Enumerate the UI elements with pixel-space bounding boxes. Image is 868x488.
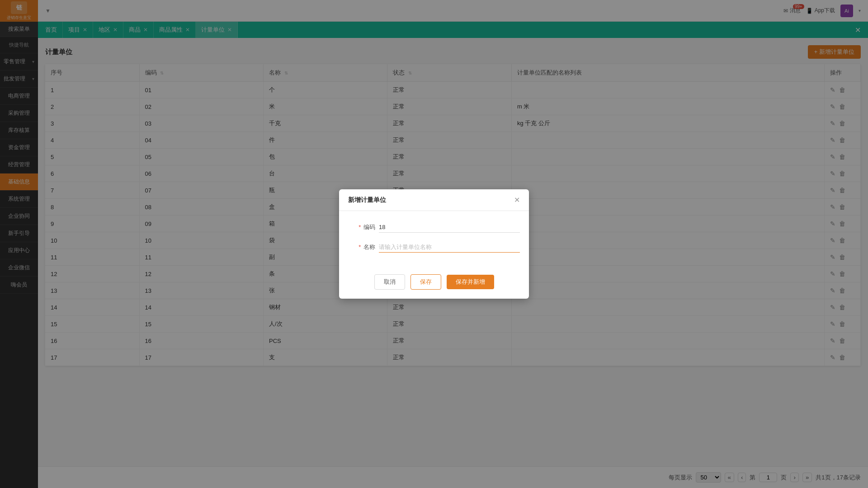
cancel-button[interactable]: 取消 <box>374 274 405 290</box>
form-row-code: * 编码 <box>348 222 520 233</box>
add-unit-modal: 新增计量单位 ✕ * 编码 * 名称 取消 保存 保存并新增 <box>339 189 529 299</box>
save-and-new-button[interactable]: 保存并新增 <box>447 275 494 289</box>
name-input[interactable] <box>379 242 520 253</box>
modal-body: * 编码 * 名称 <box>339 211 529 269</box>
modal-close-button[interactable]: ✕ <box>514 196 520 204</box>
form-row-name: * 名称 <box>348 242 520 253</box>
name-label: * 名称 <box>348 243 375 251</box>
save-button[interactable]: 保存 <box>410 274 441 290</box>
code-input[interactable] <box>379 222 520 233</box>
modal-header: 新增计量单位 ✕ <box>339 189 529 211</box>
modal-footer: 取消 保存 保存并新增 <box>339 269 529 299</box>
modal-overlay[interactable]: 新增计量单位 ✕ * 编码 * 名称 取消 保存 保存并新增 <box>0 0 868 488</box>
modal-title: 新增计量单位 <box>348 196 386 204</box>
code-label: * 编码 <box>348 223 375 231</box>
